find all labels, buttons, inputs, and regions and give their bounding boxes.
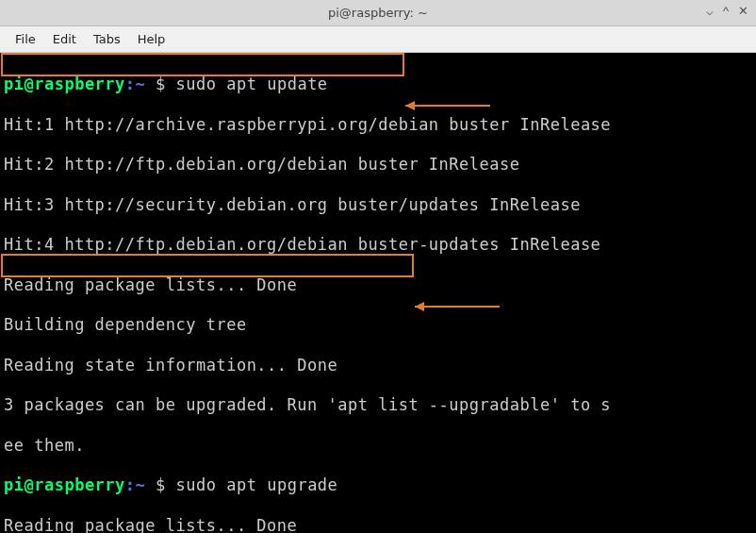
minimize-button[interactable]: ⌵ bbox=[706, 4, 714, 18]
output-line: Reading package lists... Done bbox=[4, 516, 752, 533]
output-line: Reading state information... Done bbox=[4, 356, 752, 375]
prompt-path: ~ bbox=[136, 475, 146, 494]
output-line: Hit:3 http://security.debian.org buster/… bbox=[4, 195, 752, 215]
command-2: sudo apt upgrade bbox=[176, 475, 338, 494]
output-line: ee them. bbox=[4, 436, 752, 456]
terminal-area[interactable]: pi@raspberry:~ $ sudo apt update Hit:1 h… bbox=[0, 53, 756, 533]
output-line: Hit:4 http://ftp.debian.org/debian buste… bbox=[4, 235, 752, 255]
close-button[interactable]: ✕ bbox=[738, 4, 748, 18]
svg-marker-3 bbox=[415, 302, 424, 311]
maximize-button[interactable]: ^ bbox=[723, 4, 729, 18]
output-line: 3 packages can be upgraded. Run 'apt lis… bbox=[4, 395, 752, 415]
prompt-dollar: $ bbox=[156, 475, 166, 494]
annotation-arrow-1 bbox=[405, 58, 500, 152]
annotation-box-1 bbox=[1, 53, 404, 76]
prompt-line-2: pi@raspberry:~ $ sudo apt upgrade bbox=[4, 475, 752, 495]
menu-tabs[interactable]: Tabs bbox=[86, 29, 128, 49]
prompt-dollar: $ bbox=[156, 75, 166, 93]
menu-help[interactable]: Help bbox=[130, 29, 173, 49]
annotation-box-2 bbox=[1, 254, 414, 277]
output-line: Reading package lists... Done bbox=[4, 275, 752, 295]
output-line: Hit:2 http://ftp.debian.org/debian buste… bbox=[4, 155, 752, 175]
output-line: Hit:1 http://archive.raspberrypi.org/deb… bbox=[4, 115, 752, 135]
window-titlebar: pi@raspberry: ~ ⌵ ^ ✕ bbox=[0, 0, 756, 26]
command-1: sudo apt update bbox=[176, 75, 328, 93]
prompt-user: pi@raspberry bbox=[4, 475, 125, 494]
annotation-arrow-2 bbox=[415, 259, 509, 353]
output-line: Building dependency tree bbox=[4, 315, 752, 335]
menu-edit[interactable]: Edit bbox=[45, 29, 84, 49]
svg-marker-1 bbox=[405, 101, 415, 110]
prompt-user: pi@raspberry bbox=[4, 75, 125, 93]
prompt-sep: : bbox=[125, 475, 136, 494]
menu-file[interactable]: File bbox=[8, 29, 43, 49]
prompt-path: ~ bbox=[136, 75, 146, 93]
window-controls: ⌵ ^ ✕ bbox=[706, 4, 748, 18]
window-title: pi@raspberry: ~ bbox=[328, 6, 428, 20]
prompt-sep: : bbox=[125, 75, 136, 93]
prompt-line-1: pi@raspberry:~ $ sudo apt update bbox=[4, 75, 752, 94]
menubar: File Edit Tabs Help bbox=[0, 26, 756, 53]
